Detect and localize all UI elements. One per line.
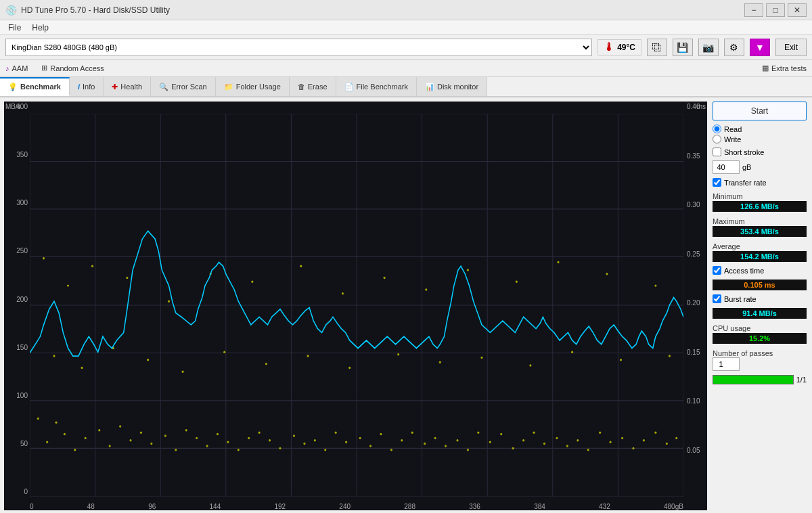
read-write-group: Read Write bbox=[713, 125, 807, 143]
access-time-checkbox[interactable] bbox=[713, 266, 721, 275]
short-stroke-checkbox-row[interactable]: Short stroke bbox=[713, 148, 807, 156]
svg-point-87 bbox=[300, 265, 302, 267]
radio-read[interactable]: Read bbox=[713, 125, 807, 133]
svg-point-65 bbox=[522, 439, 524, 441]
access-time-checkbox-row[interactable]: Access time bbox=[713, 266, 807, 275]
svg-point-44 bbox=[293, 434, 295, 437]
chart-x-labels: 0 48 96 144 192 240 288 336 384 432 480g… bbox=[30, 503, 683, 510]
disk-select[interactable]: KingDian S280 480GB (480 gB) bbox=[5, 39, 592, 56]
minimize-button[interactable]: − bbox=[744, 3, 763, 17]
menu-help[interactable]: Help bbox=[26, 22, 54, 34]
tabs-top-row: ♪ AAM ⊞ Random Access ▦ Extra tests bbox=[0, 60, 812, 77]
svg-point-93 bbox=[557, 261, 559, 263]
svg-point-27 bbox=[109, 445, 111, 447]
window-controls: − □ ✕ bbox=[744, 3, 807, 17]
svg-point-48 bbox=[335, 432, 337, 434]
svg-point-43 bbox=[279, 447, 281, 449]
svg-point-63 bbox=[500, 433, 502, 435]
camera-icon-button[interactable]: 📷 bbox=[698, 39, 719, 56]
scatter-dots bbox=[37, 257, 677, 451]
svg-point-82 bbox=[91, 265, 93, 267]
minimum-section: Minimum 126.6 MB/s bbox=[713, 191, 807, 212]
svg-point-81 bbox=[67, 284, 69, 286]
svg-point-26 bbox=[98, 429, 100, 431]
menu-bar: File Help bbox=[0, 20, 812, 35]
svg-point-102 bbox=[265, 363, 267, 365]
svg-point-56 bbox=[424, 443, 426, 445]
svg-point-94 bbox=[606, 273, 608, 275]
download-icon-button[interactable]: ▼ bbox=[750, 39, 770, 56]
svg-point-24 bbox=[74, 449, 76, 451]
progress-label: 1/1 bbox=[796, 376, 807, 384]
close-button[interactable]: ✕ bbox=[788, 3, 807, 17]
svg-point-71 bbox=[587, 449, 589, 451]
tab-file-benchmark[interactable]: 📄 File Benchmark bbox=[336, 77, 417, 96]
svg-point-96 bbox=[53, 355, 55, 357]
svg-point-49 bbox=[345, 441, 347, 443]
settings-icon-button[interactable]: ⚙ bbox=[724, 39, 744, 56]
svg-point-106 bbox=[439, 361, 441, 363]
svg-point-25 bbox=[85, 437, 87, 439]
short-stroke-checkbox[interactable] bbox=[713, 148, 721, 156]
svg-point-21 bbox=[46, 441, 48, 443]
svg-point-107 bbox=[480, 357, 482, 359]
tab-erase[interactable]: 🗑 Erase bbox=[290, 77, 336, 96]
tab-folder-usage[interactable]: 📁 Folder Usage bbox=[216, 77, 290, 96]
tab-disk-monitor[interactable]: 📊 Disk monitor bbox=[417, 77, 487, 96]
start-button[interactable]: Start bbox=[713, 102, 807, 120]
short-stroke-input[interactable] bbox=[713, 160, 740, 174]
svg-point-74 bbox=[621, 437, 623, 439]
svg-point-57 bbox=[434, 437, 436, 439]
tab-random-access[interactable]: ⊞ Random Access bbox=[41, 64, 104, 72]
maximize-button[interactable]: □ bbox=[766, 3, 785, 17]
average-value: 154.2 MB/s bbox=[713, 251, 807, 262]
tab-error-scan[interactable]: 🔍 Error Scan bbox=[151, 77, 216, 96]
aam-icon: ♪ bbox=[5, 64, 9, 72]
folder-usage-icon: 📁 bbox=[224, 83, 233, 91]
transfer-rate-checkbox-row[interactable]: Transfer rate bbox=[713, 178, 807, 187]
tab-benchmark[interactable]: 💡 Benchmark bbox=[0, 77, 70, 96]
svg-point-37 bbox=[217, 433, 219, 435]
passes-input[interactable] bbox=[713, 357, 740, 371]
menu-file[interactable]: File bbox=[3, 22, 26, 34]
svg-point-41 bbox=[258, 432, 261, 434]
svg-point-22 bbox=[55, 422, 58, 424]
save-icon-button[interactable]: 💾 bbox=[673, 39, 693, 56]
temperature-value: 49°C bbox=[617, 43, 635, 52]
svg-point-53 bbox=[390, 449, 392, 451]
maximum-section: Maximum 353.4 MB/s bbox=[713, 216, 807, 237]
svg-point-28 bbox=[119, 425, 121, 427]
minimum-value: 126.6 MB/s bbox=[713, 201, 807, 212]
tab-extra-tests[interactable]: ▦ Extra tests bbox=[762, 64, 807, 72]
svg-point-32 bbox=[164, 434, 166, 437]
svg-point-75 bbox=[632, 447, 634, 449]
transfer-rate-checkbox[interactable] bbox=[713, 178, 721, 187]
svg-point-110 bbox=[620, 359, 622, 361]
app-icon: 💿 bbox=[5, 5, 17, 16]
svg-point-109 bbox=[571, 351, 573, 353]
svg-point-95 bbox=[654, 284, 656, 286]
cpu-usage-section: CPU usage 15.2% bbox=[713, 323, 807, 344]
file-benchmark-icon: 📄 bbox=[344, 83, 354, 91]
copy-icon-button[interactable]: ⿻ bbox=[647, 39, 667, 56]
radio-write[interactable]: Write bbox=[713, 135, 807, 143]
burst-rate-checkbox[interactable] bbox=[713, 294, 721, 303]
svg-point-68 bbox=[556, 437, 558, 439]
svg-point-34 bbox=[185, 429, 187, 431]
svg-point-91 bbox=[467, 269, 469, 271]
maximum-value: 353.4 MB/s bbox=[713, 226, 807, 237]
short-stroke-spinbox-row: gB bbox=[713, 160, 807, 174]
average-label: Average bbox=[713, 242, 807, 250]
svg-point-36 bbox=[206, 445, 208, 447]
tab-aam[interactable]: ♪ AAM bbox=[5, 64, 28, 72]
error-scan-icon: 🔍 bbox=[159, 83, 168, 91]
tab-health[interactable]: ✚ Health bbox=[104, 77, 151, 96]
chart-y-right-labels: 0.40 0.35 0.30 0.25 0.20 0.15 0.10 0.05 bbox=[685, 102, 706, 497]
burst-rate-checkbox-row[interactable]: Burst rate bbox=[713, 294, 807, 303]
exit-button[interactable]: Exit bbox=[775, 39, 807, 56]
svg-point-35 bbox=[196, 437, 198, 439]
tab-info[interactable]: i Info bbox=[70, 77, 104, 96]
svg-point-79 bbox=[675, 437, 677, 439]
svg-point-105 bbox=[397, 353, 399, 355]
svg-point-33 bbox=[175, 449, 177, 451]
